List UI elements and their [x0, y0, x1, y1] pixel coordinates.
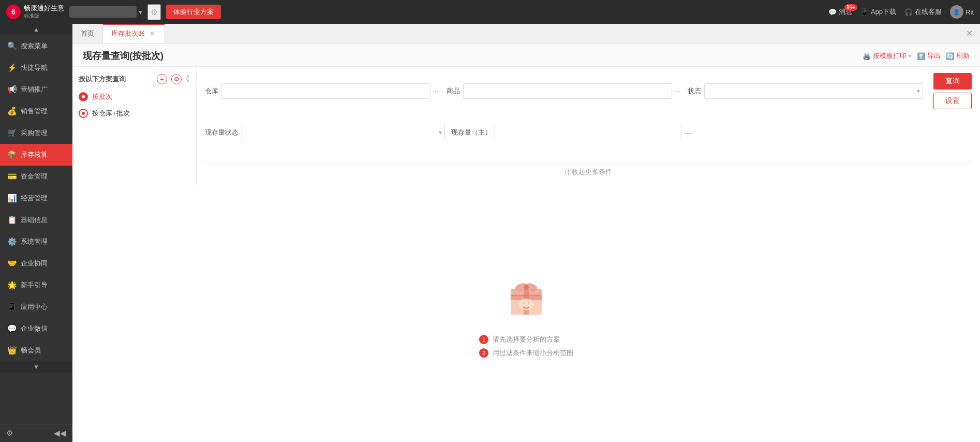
sidebar-item-quick-nav[interactable]: ⚡ 快捷导航 [0, 57, 72, 79]
sidebar: ▲ 🔍 搜索菜单 ⚡ 快捷导航 📢 营销推广 💰 销售管理 🛒 采购管理 📦 库… [0, 24, 72, 442]
trial-button[interactable]: 体验行业方案 [166, 5, 221, 19]
empty-tip-2: 2 用过滤条件来缩小分析范围 [479, 348, 573, 358]
collapse-up-icon: ⟨⟨ [565, 168, 570, 176]
sidebar-item-enterprise-wechat[interactable]: 💬 企业微信 [0, 318, 72, 340]
query-button[interactable]: 查询 [933, 73, 972, 90]
collapse-panel-icon[interactable]: ⟪ [186, 74, 190, 84]
company-name: 畅康通好生意 [24, 4, 64, 12]
marketing-icon: 📢 [7, 85, 17, 94]
app-download-item[interactable]: 📱 App下载 [860, 7, 896, 17]
sidebar-item-label: 新手引导 [21, 281, 48, 290]
member-icon: 👑 [7, 346, 17, 355]
stock-status-field: 现存量状态 ▾ [205, 125, 445, 140]
svg-point-6 [524, 285, 529, 290]
search-dropdown-icon[interactable]: ▾ [139, 8, 142, 16]
sidebar-scroll-up[interactable]: ▲ [0, 24, 72, 35]
user-item[interactable]: 👤 Rit [950, 5, 974, 19]
status-select-wrap: ▾ [704, 83, 923, 99]
sidebar-item-enterprise[interactable]: 🤝 企业协同 [0, 253, 72, 274]
print-template-label: 按模板打印 [873, 51, 907, 61]
sidebar-item-marketing[interactable]: 📢 营销推广 [0, 79, 72, 100]
tab-batch-account[interactable]: 库存批次账 ✕ [103, 24, 165, 43]
sidebar-item-app-center[interactable]: 📱 应用中心 [0, 296, 72, 318]
sidebar-item-inventory[interactable]: 📦 库存核算 [0, 144, 72, 166]
status-select[interactable] [704, 83, 923, 99]
sidebar-scroll-down[interactable]: ▼ [0, 361, 72, 373]
sidebar-item-label: 经营管理 [21, 194, 48, 203]
online-service-label: 在线客服 [915, 7, 942, 17]
scheme-by-warehouse-batch[interactable]: 按仓库+批次 [72, 105, 196, 122]
scheme-active-radio-icon [79, 92, 88, 101]
scheme-by-batch-label: 按批次 [92, 92, 112, 101]
range-dash: — [685, 129, 691, 137]
sidebar-item-operation[interactable]: 📊 经营管理 [0, 187, 72, 209]
warehouse-input-wrap: ··· [221, 83, 440, 99]
header-search-wrap: ▾ [69, 6, 142, 18]
main-body: ▲ 🔍 搜索菜单 ⚡ 快捷导航 📢 营销推广 💰 销售管理 🛒 采购管理 📦 库… [0, 24, 980, 442]
avatar-icon: 👤 [953, 9, 960, 16]
print-template-button[interactable]: 🖨️ 按模板打印 ▾ [863, 51, 912, 61]
manage-scheme-button[interactable]: ⚙ [171, 74, 182, 84]
collapse-more-text: 收起更多条件 [572, 167, 612, 176]
empty-state: 1 请先选择要分析的方案 2 用过滤条件来缩小分析范围 [72, 186, 980, 442]
sidebar-item-label: 营销推广 [21, 85, 48, 94]
sidebar-item-label: 基础信息 [21, 215, 48, 225]
close-all-tabs-button[interactable]: ✕ [963, 27, 976, 39]
warehouse-input[interactable] [221, 83, 431, 99]
sidebar-item-search-menu[interactable]: 🔍 搜索菜单 [0, 35, 72, 57]
stock-qty-label: 现存量（主） [451, 128, 492, 137]
logo-icon: 6 [6, 5, 21, 19]
sidebar-item-member[interactable]: 👑 畅会员 [0, 340, 72, 361]
tab-bar: 首页 库存批次账 ✕ ✕ [72, 24, 980, 43]
stock-qty-field: 现存量（主） — [451, 125, 691, 140]
stock-status-select[interactable] [242, 125, 445, 140]
product-input[interactable] [463, 83, 673, 99]
operation-icon: 📊 [7, 194, 17, 203]
header-search-input[interactable] [69, 6, 137, 18]
sales-icon: 💰 [7, 107, 17, 116]
collapse-more-button[interactable]: ⟨⟨ 收起更多条件 [205, 164, 972, 180]
export-button[interactable]: ⬆️ 导出 [917, 51, 941, 61]
online-service-item[interactable]: 🎧 在线客服 [904, 7, 942, 17]
empty-tips: 1 请先选择要分析的方案 2 用过滤条件来缩小分析范围 [479, 335, 573, 358]
refresh-button[interactable]: 🔄 刷新 [946, 51, 970, 61]
tip-text-1: 请先选择要分析的方案 [493, 335, 560, 344]
print-dropdown-icon: ▾ [909, 53, 912, 60]
sidebar-item-newbie[interactable]: 🌟 新手引导 [0, 274, 72, 296]
sidebar-item-finance[interactable]: 💳 资金管理 [0, 166, 72, 187]
headset-icon: 🎧 [904, 8, 913, 16]
sidebar-item-sales[interactable]: 💰 销售管理 [0, 100, 72, 122]
sidebar-item-purchase[interactable]: 🛒 采购管理 [0, 122, 72, 144]
warehouse-more-icon[interactable]: ··· [431, 86, 440, 96]
logo-text: 畅康通好生意 标准版 [24, 4, 64, 20]
scheme-inactive-radio-icon [79, 109, 88, 118]
add-scheme-button[interactable]: + [157, 74, 167, 84]
app-download-icon: 📱 [860, 8, 869, 16]
tab-home-label: 首页 [81, 29, 94, 38]
filter-scheme-panel: 按以下方案查询 + ⚙ ⟪ 按批次 按仓库+批次 [72, 67, 197, 186]
settings-button[interactable]: 设置 [933, 93, 972, 109]
stock-qty-min-input[interactable] [495, 125, 681, 140]
tip-num-1: 1 [479, 335, 488, 344]
quick-nav-icon: ⚡ [7, 63, 17, 72]
message-icon: 💬 [828, 8, 837, 16]
page-header: 现存量查询(按批次) 🖨️ 按模板打印 ▾ ⬆️ 导出 🔄 刷新 [72, 43, 980, 67]
product-field: 商品 ··· [447, 83, 682, 99]
tab-home[interactable]: 首页 [72, 24, 103, 43]
header-left: 6 畅康通好生意 标准版 ▾ ⚙ 体验行业方案 [6, 4, 221, 20]
sidebar-collapse-icon[interactable]: ◀◀ [54, 429, 66, 438]
content-area: 首页 库存批次账 ✕ ✕ 现存量查询(按批次) 🖨️ 按模板打印 ▾ [72, 24, 980, 442]
app-download-label: App下载 [871, 7, 896, 17]
scheme-by-batch[interactable]: 按批次 [72, 89, 196, 105]
tip-num-2: 2 [479, 348, 488, 358]
sidebar-settings-icon[interactable]: ⚙ [6, 429, 13, 438]
product-more-icon[interactable]: ··· [672, 86, 681, 96]
tab-close-batch-account[interactable]: ✕ [148, 30, 156, 38]
sidebar-item-basic[interactable]: 📋 基础信息 [0, 209, 72, 231]
filter-scheme-header: 按以下方案查询 + ⚙ ⟪ [72, 72, 196, 89]
empty-illustration [500, 271, 552, 322]
product-label: 商品 [447, 86, 460, 96]
header-gear-button[interactable]: ⚙ [147, 4, 161, 20]
messages-item[interactable]: 💬 消息 99+ [828, 7, 852, 17]
sidebar-item-system[interactable]: ⚙️ 系统管理 [0, 231, 72, 253]
